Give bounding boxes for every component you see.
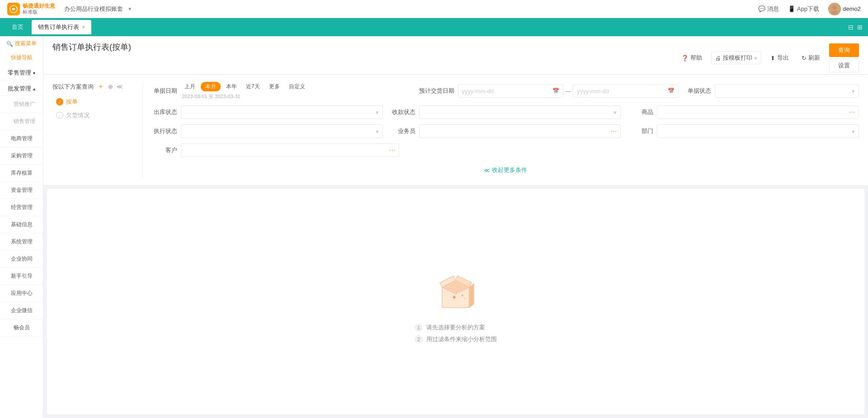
payment-status-label: 收款状态: [390, 108, 415, 116]
plan-item-by-order[interactable]: ✓ 按单: [52, 95, 135, 109]
outbound-status-select[interactable]: ▾: [181, 105, 383, 119]
filter-row-3: 执行状态 ▾ 业务员 ··· 部门: [152, 124, 859, 138]
customer-dots-icon[interactable]: ···: [389, 146, 395, 154]
calendar-icon-2: 📅: [668, 88, 675, 94]
add-plan-button[interactable]: ＋: [97, 82, 104, 91]
print-dropdown-icon[interactable]: ▾: [754, 55, 757, 62]
svg-point-2: [832, 5, 837, 10]
date-range-display: 2023-03-01 至 2023-03-31: [181, 93, 412, 100]
svg-text:✦: ✦: [451, 294, 457, 301]
sidebar-item-sales[interactable]: 销售管理: [0, 113, 43, 130]
sidebar-item-purchase[interactable]: 采购管理: [0, 147, 43, 165]
filter-left: 按以下方案查询 ＋ ⊕ ≪ ✓ 按单 ○ 欠货情况: [52, 82, 143, 178]
empty-tip-1: 1 请先选择要分析的方案: [415, 323, 497, 332]
top-nav: 畅捷通好生意 标准版 办公用品行业模拟账套 ▾ 💬 消息 📱 App下载 dem…: [0, 0, 868, 18]
sidebar-shortcut[interactable]: 快捷导航: [0, 51, 43, 64]
content-area: 销售订单执行表(按单) ❓ 帮助 🖨 按模板打印 ▾ ⬆ 导出 ↻ 刷新: [43, 36, 868, 418]
date-tab-7days[interactable]: 近7天: [242, 82, 264, 91]
query-button[interactable]: 查询: [829, 43, 859, 57]
product-dots-icon[interactable]: ···: [849, 108, 855, 116]
salesperson-dots-icon[interactable]: ···: [611, 127, 617, 135]
sidebar-item-ecommerce[interactable]: 电商管理: [0, 130, 43, 147]
chevron-up-icon-2: ≪: [484, 167, 490, 174]
filter-field-salesperson: 业务员 ···: [390, 124, 621, 138]
sidebar-item-enterprise[interactable]: 企业协同: [0, 251, 43, 268]
collapse-conditions-button[interactable]: ≪ 收起更多条件: [484, 166, 527, 174]
dept-select[interactable]: ▾: [657, 124, 859, 138]
delivery-date-to[interactable]: yyyy-mm-dd 📅: [573, 84, 679, 98]
date-tab-more[interactable]: 更多: [265, 82, 283, 91]
svg-point-3: [831, 10, 838, 15]
export-button[interactable]: ⬆ 导出: [767, 52, 793, 64]
message-icon: 💬: [758, 5, 765, 12]
empty-state: ✦ 1 请先选择要分析的方案 2 用过滤条件来缩小分析范围: [47, 189, 864, 414]
customer-label: 客户: [152, 146, 177, 154]
svg-marker-6: [469, 284, 474, 308]
doc-status-label: 单据状态: [686, 87, 711, 95]
date-tab-last-month[interactable]: 上月: [181, 82, 199, 91]
exec-status-select[interactable]: ▾: [181, 124, 383, 138]
top-nav-left: 畅捷通好生意 标准版 办公用品行业模拟账套 ▾: [7, 3, 132, 15]
refresh-button[interactable]: ↻ 刷新: [798, 52, 824, 64]
date-tab-this-year[interactable]: 本年: [222, 82, 241, 91]
filter-field-dept: 部门 ▾: [628, 124, 859, 138]
message-button[interactable]: 💬 消息: [758, 5, 779, 13]
delivery-date-from[interactable]: yyyy-mm-dd 📅: [458, 84, 564, 98]
sidebar-item-operations[interactable]: 经营管理: [0, 199, 43, 216]
chevron-down-icon-4: ▾: [376, 128, 379, 135]
tab-sales-order[interactable]: 销售订单执行表 ×: [32, 20, 91, 34]
plan-settings-icon[interactable]: ⊕: [108, 83, 113, 90]
filter-field-customer: 客户 ···: [152, 143, 399, 157]
sidebar-item-guide[interactable]: 新手引导: [0, 268, 43, 285]
settings-button[interactable]: 设置: [829, 59, 859, 72]
salesperson-input[interactable]: ···: [419, 124, 621, 138]
page-header: 销售订单执行表(按单) ❓ 帮助 🖨 按模板打印 ▾ ⬆ 导出 ↻ 刷新: [43, 36, 868, 75]
customer-input[interactable]: ···: [181, 143, 399, 157]
date-tab-this-month[interactable]: 本月: [201, 82, 221, 91]
sidebar-item-basic-info[interactable]: 基础信息: [0, 216, 43, 233]
doc-status-select[interactable]: ▾: [715, 84, 859, 98]
sidebar-item-marketing[interactable]: 营销推广: [0, 96, 43, 113]
sidebar-search[interactable]: 🔍 搜索菜单: [0, 36, 43, 51]
nav-dropdown-icon[interactable]: ▾: [128, 5, 132, 12]
tab-controls: ⊟ ⊞: [848, 24, 863, 31]
refresh-icon: ↻: [802, 55, 807, 62]
product-input[interactable]: ···: [657, 105, 859, 119]
plan-collapse-icon[interactable]: ≪: [117, 83, 123, 90]
sidebar-item-wechat[interactable]: 企业微信: [0, 302, 43, 319]
plan-item-shortage[interactable]: ○ 欠货情况: [52, 109, 135, 122]
tab-home[interactable]: 首页: [5, 20, 30, 34]
tab-expand-icon[interactable]: ⊞: [857, 24, 863, 31]
dept-label: 部门: [628, 127, 653, 135]
sidebar-item-finance[interactable]: 资金管理: [0, 182, 43, 199]
payment-status-select[interactable]: ▾: [419, 105, 621, 119]
filter-field-exec-status: 执行状态 ▾: [152, 124, 383, 138]
filter-right: 单据日期 上月 本月 本年 近7天 更多 自定义 2023-: [143, 82, 859, 178]
plan-icon-by-order: ✓: [56, 98, 63, 105]
tab-minimize-icon[interactable]: ⊟: [848, 24, 854, 31]
user-profile[interactable]: demo2: [828, 3, 861, 15]
logo-icon: [7, 3, 20, 15]
product-label: 商品: [628, 108, 653, 116]
svg-point-11: [464, 298, 466, 299]
sidebar-item-apps[interactable]: 应用中心: [0, 285, 43, 302]
help-icon: ❓: [681, 55, 689, 62]
doc-date-label: 单据日期: [152, 87, 177, 95]
sidebar-item-system[interactable]: 系统管理: [0, 233, 43, 251]
empty-illustration: ✦: [429, 260, 483, 314]
sidebar-item-inventory[interactable]: 库存核算: [0, 165, 43, 182]
sidebar-item-members[interactable]: 畅会员: [0, 319, 43, 337]
logo-area[interactable]: 畅捷通好生意 标准版: [7, 3, 55, 15]
search-icon: 🔍: [6, 41, 13, 47]
date-tab-custom[interactable]: 自定义: [285, 82, 309, 91]
app-download-button[interactable]: 📱 App下载: [788, 5, 819, 13]
help-button[interactable]: ❓ 帮助: [678, 52, 706, 64]
page-title: 销售订单执行表(按单): [52, 42, 131, 58]
sidebar-item-retail[interactable]: 零售管理 ▾: [0, 64, 43, 80]
sidebar-item-wholesale[interactable]: 批发管理 ▴: [0, 80, 43, 96]
collapse-btn-row: ≪ 收起更多条件: [152, 162, 859, 178]
print-button[interactable]: 🖨 按模板打印 ▾: [711, 52, 761, 64]
print-icon: 🖨: [715, 55, 721, 62]
tab-close-icon[interactable]: ×: [82, 24, 85, 30]
sidebar: 🔍 搜索菜单 快捷导航 零售管理 ▾ 批发管理 ▴ 营销推广 销售管理 电商管理…: [0, 36, 43, 418]
